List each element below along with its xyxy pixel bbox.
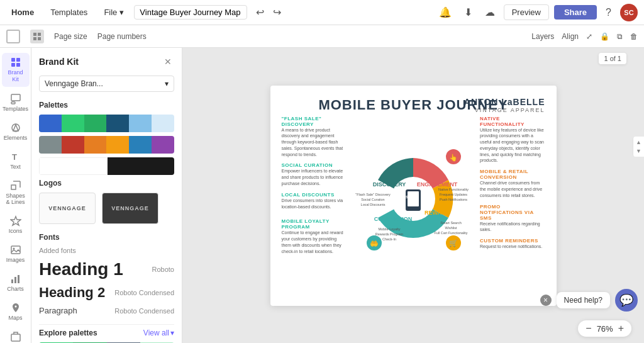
svg-text:Social Curation: Social Curation bbox=[361, 198, 384, 201]
left-section-3: LOCAL DISCOUNTS Drive consumers into sto… bbox=[282, 192, 347, 210]
notifications-button[interactable]: 🔔 bbox=[435, 4, 455, 21]
fonts-section-title: Fonts bbox=[39, 233, 174, 242]
right-section-2: MOBILE & RETAIL CONVERSION Channel drive… bbox=[480, 169, 545, 198]
undo-button[interactable]: ↩ bbox=[252, 4, 268, 21]
svg-rect-13 bbox=[11, 185, 16, 189]
brand-dropdown[interactable]: Venngage Bran... ▾ bbox=[39, 76, 174, 92]
shapes-label: Shapes & Lines bbox=[4, 193, 27, 205]
sidebar-item-icons[interactable]: Icons bbox=[2, 211, 30, 238]
palette-swatch bbox=[84, 136, 107, 154]
svg-text:Full Cart Functionality: Full Cart Functionality bbox=[434, 231, 467, 235]
doc-title-input[interactable] bbox=[134, 5, 247, 20]
infographic-canvas[interactable]: MOBILE BUYER JOURNEY ANTON LaBELLE VINTA… bbox=[270, 86, 557, 306]
palette-row-1[interactable] bbox=[39, 115, 174, 132]
download-button[interactable]: ⬇ bbox=[460, 4, 476, 21]
lock-button[interactable]: 🔒 bbox=[600, 32, 609, 41]
svg-rect-6 bbox=[11, 63, 15, 67]
heading1-label: Heading 1 bbox=[39, 259, 123, 279]
svg-text:Wishlist: Wishlist bbox=[445, 226, 457, 230]
file-menu[interactable]: File ▾ bbox=[99, 5, 129, 20]
scroll-up-icon[interactable]: ▲ bbox=[636, 139, 641, 145]
svg-point-18 bbox=[13, 247, 14, 249]
right-section-1-heading: NATIVE FUNCTIONALITY bbox=[480, 116, 545, 127]
right-section-1-text: Utilize key features of device like prov… bbox=[480, 127, 545, 164]
brand-panel-title: Brand Kit bbox=[39, 57, 79, 67]
right-column: NATIVE FUNCTIONALITY Utilize key feature… bbox=[476, 116, 545, 282]
right-section-2-heading: MOBILE & RETAIL CONVERSION bbox=[480, 169, 545, 180]
heading1-row[interactable]: Heading 1 Roboto bbox=[39, 259, 174, 279]
maps-icon bbox=[10, 302, 21, 313]
palette-swatch bbox=[62, 115, 84, 132]
brand-kit-label: Brand Kit bbox=[4, 69, 27, 83]
select-tool[interactable] bbox=[6, 30, 20, 43]
file-label: File bbox=[104, 8, 117, 17]
left-section-2-text: Empower influencers to elevate and share… bbox=[282, 168, 347, 186]
help-icon-button[interactable]: 💬 bbox=[615, 289, 638, 312]
avatar[interactable]: SC bbox=[620, 4, 638, 21]
palette-row-2[interactable] bbox=[39, 136, 174, 154]
palette-swatch bbox=[108, 157, 175, 175]
cloud-save-button[interactable]: ☁ bbox=[481, 4, 499, 21]
svg-marker-16 bbox=[11, 216, 21, 225]
brand-kit-icon bbox=[10, 57, 21, 68]
page-numbers-item[interactable]: Page numbers bbox=[97, 32, 147, 41]
zoom-out-button[interactable]: − bbox=[586, 323, 591, 334]
svg-text:CONVERSION: CONVERSION bbox=[374, 216, 413, 222]
share-button[interactable]: Share bbox=[554, 5, 597, 20]
svg-marker-11 bbox=[13, 125, 18, 131]
palette-row-3[interactable] bbox=[39, 157, 174, 175]
svg-text:Check-In: Check-In bbox=[382, 237, 396, 241]
fit-button[interactable]: ⤢ bbox=[586, 32, 592, 41]
sidebar-item-projects[interactable]: Projects bbox=[2, 327, 30, 343]
align-button[interactable]: Align bbox=[562, 32, 579, 41]
heading2-row[interactable]: Heading 2 Roboto Condensed bbox=[39, 284, 174, 301]
help-text: Need help? bbox=[564, 296, 602, 305]
charts-icon bbox=[10, 273, 21, 284]
sidebar-item-elements[interactable]: Elements bbox=[2, 118, 30, 145]
elements-label: Elements bbox=[4, 135, 28, 141]
sidebar-item-templates[interactable]: Templates bbox=[2, 89, 30, 116]
svg-text:Mobile Loyalty: Mobile Loyalty bbox=[378, 227, 400, 231]
svg-text:Frequent Updates: Frequent Updates bbox=[440, 193, 467, 196]
templates-tab[interactable]: Templates bbox=[44, 5, 94, 20]
delete-button[interactable]: 🗑 bbox=[630, 32, 638, 41]
scroll-down-icon[interactable]: ▼ bbox=[636, 148, 641, 154]
left-section-1-text: A means to drive product discovery and e… bbox=[282, 127, 347, 158]
projects-icon bbox=[10, 331, 21, 342]
zoom-in-button[interactable]: + bbox=[618, 323, 624, 334]
paragraph-row[interactable]: Paragraph Roboto Condensed bbox=[39, 306, 174, 315]
logo-dark[interactable]: VENNGAGE bbox=[102, 193, 158, 224]
svg-rect-21 bbox=[18, 275, 19, 283]
help-close-button[interactable]: × bbox=[540, 295, 552, 306]
redo-button[interactable]: ↪ bbox=[269, 4, 285, 21]
copy-button[interactable]: ⧉ bbox=[617, 32, 623, 41]
preview-button[interactable]: Preview bbox=[504, 4, 549, 20]
layers-button[interactable]: Layers bbox=[531, 32, 554, 41]
svg-text:Native Functionality: Native Functionality bbox=[438, 188, 469, 191]
view-all-button[interactable]: View all ▾ bbox=[143, 329, 174, 337]
left-section-2: SOCIAL CURATION Empower influencers to e… bbox=[282, 162, 347, 186]
grid-tool[interactable] bbox=[30, 30, 44, 43]
logo-light[interactable]: VENNGAGE bbox=[39, 193, 96, 224]
logos-section-title: Logos bbox=[39, 179, 174, 188]
svg-rect-8 bbox=[11, 94, 20, 101]
canvas-area[interactable]: 1 of 1 ▲ ▼ MOBILE BUYER JOURNEY ANTON La… bbox=[182, 48, 644, 343]
sidebar-item-images[interactable]: Images bbox=[2, 240, 30, 267]
help-button[interactable]: ? bbox=[602, 4, 615, 21]
scroll-indicator[interactable]: ▲ ▼ bbox=[633, 137, 644, 157]
svg-rect-19 bbox=[11, 279, 13, 283]
sidebar-item-brand-kit[interactable]: Brand Kit bbox=[2, 53, 30, 87]
page-size-item[interactable]: Page size bbox=[54, 32, 87, 41]
sidebar-item-charts[interactable]: Charts bbox=[2, 269, 30, 296]
svg-rect-3 bbox=[38, 37, 41, 40]
sidebar-item-shapes[interactable]: Shapes & Lines bbox=[2, 176, 30, 209]
brand-panel-header: Brand Kit ✕ bbox=[39, 55, 174, 68]
right-section-3-text: Receive notifications regarding sales. bbox=[480, 221, 545, 233]
help-text-box: Need help? bbox=[557, 292, 610, 308]
bottom-left-heading: MOBILE LOYALTY PROGRAM bbox=[282, 218, 347, 230]
sidebar-item-maps[interactable]: Maps bbox=[2, 298, 30, 325]
right-section-4: CUSTOM REMINDERS Request to receive noti… bbox=[480, 238, 545, 250]
sidebar-item-text[interactable]: T Text bbox=[2, 147, 30, 174]
home-link[interactable]: Home bbox=[6, 5, 39, 20]
brand-panel-close-button[interactable]: ✕ bbox=[162, 55, 174, 68]
